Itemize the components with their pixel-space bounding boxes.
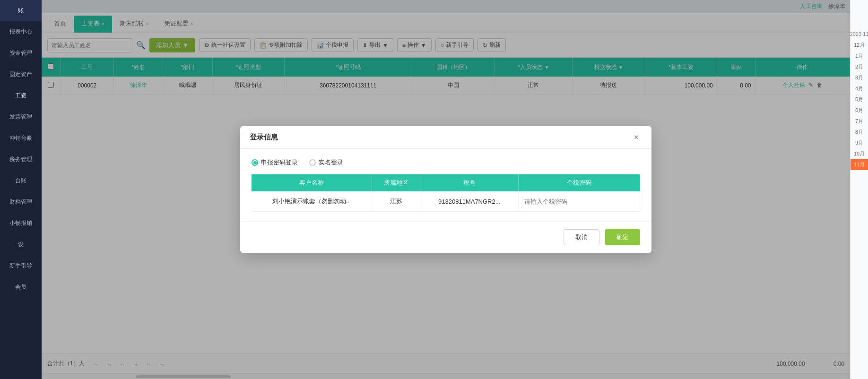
radio-password-label: 申报密码登录 [261, 158, 298, 167]
dialog-header: 登录信息 × [240, 126, 651, 149]
sidebar-item-label: 小畅报销 [9, 220, 32, 226]
login-dialog: 登录信息 × 申报密码登录 实名登录 客户名称 [240, 126, 651, 253]
confirm-button[interactable]: 确定 [605, 229, 640, 245]
sidebar-item-chongxiao[interactable]: 冲销台账 [0, 128, 42, 149]
sidebar-item-label: 台账 [15, 177, 26, 184]
sidebar-item-expense[interactable]: 小畅报销 [0, 213, 42, 234]
sidebar-item-label: 工资 [15, 92, 26, 99]
sidebar-item-label: 设 [18, 241, 24, 248]
sidebar-item-label: 新手引导 [9, 262, 32, 269]
radio-realname-label: 实名登录 [319, 158, 343, 167]
col-company: 客户名称 [252, 174, 372, 191]
sidebar: 账 报表中心 资金管理 固定资产 工资 发票管理 冲销台账 税务管理 台账 财档… [0, 0, 42, 379]
sidebar-item-archive-mgmt[interactable]: 财档管理 [0, 191, 42, 213]
sidebar-item-taizhang[interactable]: 台账 [0, 170, 42, 191]
sidebar-item-fund-mgmt[interactable]: 资金管理 [0, 43, 42, 64]
sidebar-item-label: 资金管理 [9, 50, 32, 56]
right-panel: 2023.11 12月 1月 2月 3月 4月 5月 6月 7月 8月 9月 1… [850, 0, 868, 379]
sidebar-item-label: 税务管理 [9, 156, 32, 163]
modal-overlay: 登录信息 × 申报密码登录 实名登录 客户名称 [42, 0, 850, 379]
sidebar-item-settings[interactable]: 设 [0, 234, 42, 255]
sidebar-item-invoice-mgmt[interactable]: 发票管理 [0, 106, 42, 128]
year-label: 2023.11 [849, 28, 868, 40]
sidebar-item-report-center[interactable]: 报表中心 [0, 21, 42, 43]
col-region: 所属地区 [372, 174, 420, 191]
radio-realname-circle [309, 159, 316, 166]
sidebar-item-label: 会员 [15, 284, 26, 290]
sidebar-item-label: 冲销台账 [9, 135, 32, 141]
month-aug[interactable]: 8月 [851, 127, 868, 138]
dialog-title: 登录信息 [250, 133, 278, 142]
month-jun[interactable]: 6月 [851, 105, 868, 116]
inner-table-row: 刘小艳演示账套（勿删勿动... 江苏 91320811MA7NGR2... [252, 191, 640, 211]
sidebar-item-tax-mgmt[interactable]: 税务管理 [0, 149, 42, 170]
sidebar-item-label: 固定资产 [9, 71, 32, 78]
dialog-close-button[interactable]: × [631, 132, 642, 143]
sidebar-item-member[interactable]: 会员 [0, 276, 42, 298]
col-tax-password: 个税密码 [519, 174, 640, 191]
cancel-button[interactable]: 取消 [564, 229, 599, 245]
sidebar-item-guide[interactable]: 新手引导 [0, 255, 42, 276]
sidebar-item-fixed-assets[interactable]: 固定资产 [0, 64, 42, 85]
sidebar-item-salary[interactable]: 工资 [0, 85, 42, 106]
sidebar-item-label: 发票管理 [9, 113, 32, 120]
tax-password-input[interactable] [524, 198, 634, 205]
radio-password-login[interactable]: 申报密码登录 [252, 158, 298, 167]
login-info-table: 客户名称 所属地区 税号 个税密码 刘小艳演示账套（勿删勿动... 江苏 913… [252, 174, 640, 212]
sidebar-item-label: 财档管理 [9, 198, 32, 205]
login-type-radio-group: 申报密码登录 实名登录 [252, 158, 640, 167]
sidebar-item-label: 报表中心 [9, 28, 32, 35]
month-may[interactable]: 5月 [851, 94, 868, 105]
region-cell: 江苏 [372, 191, 420, 211]
month-oct[interactable]: 10月 [851, 148, 868, 159]
dialog-footer: 取消 确定 [240, 221, 651, 253]
month-dec[interactable]: 12月 [851, 40, 868, 51]
month-apr[interactable]: 4月 [851, 83, 868, 94]
month-nov[interactable]: 11月 [851, 159, 868, 170]
password-input-cell[interactable] [519, 191, 640, 211]
col-tax-number: 税号 [420, 174, 519, 191]
sidebar-item-label: 账 [18, 7, 24, 14]
dialog-body: 申报密码登录 实名登录 客户名称 所属地区 税号 个税密码 [240, 149, 651, 221]
month-feb[interactable]: 2月 [851, 61, 868, 72]
month-jul[interactable]: 7月 [851, 116, 868, 127]
sidebar-item-account[interactable]: 账 [0, 0, 42, 21]
radio-password-circle [252, 159, 258, 166]
inner-table-header-row: 客户名称 所属地区 税号 个税密码 [252, 174, 640, 191]
month-jan[interactable]: 1月 [851, 51, 868, 61]
month-mar[interactable]: 3月 [851, 72, 868, 83]
radio-realname-login[interactable]: 实名登录 [309, 158, 343, 167]
company-cell: 刘小艳演示账套（勿删勿动... [252, 191, 372, 211]
month-sep[interactable]: 9月 [851, 138, 868, 148]
tax-number-cell: 91320811MA7NGR2... [420, 191, 519, 211]
